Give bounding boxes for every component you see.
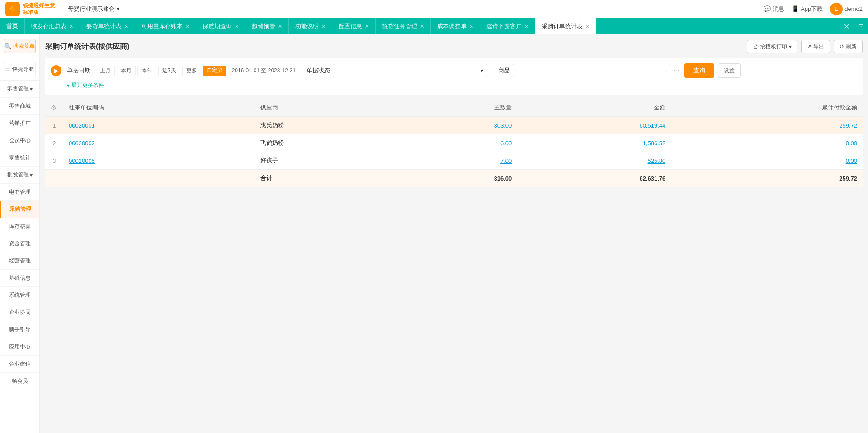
amount-link[interactable]: 1,586.52 bbox=[643, 140, 666, 147]
table-row: 1 00020001 惠氏奶粉 303.00 60,519.44 259.72 bbox=[45, 117, 863, 134]
tab-overstock-warning[interactable]: 超储预警 ✕ bbox=[245, 18, 289, 34]
date-last-month-btn[interactable]: 上月 bbox=[96, 66, 115, 76]
col-header-qty: 主数量 bbox=[397, 99, 517, 117]
sidebar-item-finance-mgmt[interactable]: 资金管理 bbox=[0, 235, 39, 252]
goods-input[interactable] bbox=[513, 64, 670, 77]
close-icon[interactable]: ✕ bbox=[235, 24, 239, 29]
close-icon[interactable]: ✕ bbox=[420, 24, 424, 29]
sidebar-item-ecommerce-mgmt[interactable]: 电商管理 bbox=[0, 184, 39, 201]
close-icon[interactable]: ✕ bbox=[365, 24, 369, 29]
top-bar: 🔶 畅捷通好生意 标准版 母婴行业演示账套 ▾ 💬 消息 📱 App下载 bbox=[0, 0, 868, 18]
chevron-down-icon: ▾ bbox=[481, 67, 483, 74]
tab-maximize-btn[interactable]: ⊡ bbox=[854, 18, 868, 34]
expand-more-btn[interactable]: ▾ 展开更多条件 bbox=[67, 81, 104, 89]
amount-cell: 525.80 bbox=[517, 152, 671, 170]
nav-tabs-bar: 首页 收发存汇总表 ✕ 要货单统计表 ✕ 可用量库存账本 ✕ 保质期查询 ✕ 超… bbox=[0, 18, 868, 34]
search-menu-btn[interactable]: 🔍 搜索菜单 bbox=[4, 39, 36, 53]
amount-link[interactable]: 525.80 bbox=[647, 157, 665, 164]
sidebar-item-ops-mgmt[interactable]: 经营管理 bbox=[0, 252, 39, 270]
tab-home[interactable]: 首页 bbox=[0, 18, 25, 34]
footer-amount: 62,631.76 bbox=[517, 170, 671, 187]
chevron-down-icon: ▾ bbox=[67, 82, 70, 89]
sidebar-item-new-guide[interactable]: 新手引导 bbox=[0, 321, 39, 338]
tab-invite-downstream[interactable]: 邀请下游客户 ✕ bbox=[480, 18, 535, 34]
goods-label: 商品 bbox=[498, 67, 510, 75]
sidebar-item-purchase-mgmt[interactable]: 采购管理 bbox=[0, 201, 39, 218]
qty-link[interactable]: 6.00 bbox=[500, 140, 512, 147]
app-download-btn[interactable]: 📱 App下载 bbox=[792, 5, 823, 13]
user-profile[interactable]: E demo2 bbox=[830, 3, 863, 15]
quick-nav-btn[interactable]: ☰ 快捷导航 bbox=[4, 62, 36, 76]
paid-link[interactable]: 0.00 bbox=[846, 157, 857, 164]
export-btn[interactable]: ↗ 导出 bbox=[801, 40, 830, 53]
unit-code-link[interactable]: 00020001 bbox=[69, 122, 95, 129]
goods-filter-field: 商品 ··· bbox=[498, 64, 679, 77]
page-title: 采购订单统计表(按供应商) bbox=[45, 42, 130, 52]
tab-cost-adjust[interactable]: 成本调整单 ✕ bbox=[431, 18, 480, 34]
close-icon[interactable]: ✕ bbox=[524, 24, 528, 29]
tab-purchase-summary[interactable]: 采购订单统计表 ✕ bbox=[535, 18, 596, 34]
refresh-btn[interactable]: ↺ 刷新 bbox=[834, 40, 863, 53]
qty-cell: 303.00 bbox=[397, 117, 517, 134]
filter-toggle-btn[interactable]: ▶ bbox=[51, 65, 61, 76]
nav-icon: ☰ bbox=[5, 66, 10, 72]
sidebar-item-retail-stats[interactable]: 零售统计 bbox=[0, 149, 39, 167]
tab-config-info[interactable]: 配置信息 ✕ bbox=[332, 18, 376, 34]
paid-amount-cell: 0.00 bbox=[671, 134, 863, 152]
workspace-selector[interactable]: 母婴行业演示账套 ▾ bbox=[68, 5, 120, 13]
sidebar-item-enterprise-collab[interactable]: 企业协同 bbox=[0, 304, 39, 321]
amount-link[interactable]: 60,519.44 bbox=[639, 122, 665, 129]
close-icon[interactable]: ✕ bbox=[278, 24, 282, 29]
unit-code-link[interactable]: 00020002 bbox=[69, 140, 95, 147]
search-icon: 🔍 bbox=[5, 43, 11, 49]
sidebar-nav-btn-area: ☰ 快捷导航 bbox=[0, 58, 39, 81]
close-icon[interactable]: ✕ bbox=[585, 24, 590, 29]
tab-inventory-ledger[interactable]: 可用量库存账本 ✕ bbox=[135, 18, 196, 34]
table-body: 1 00020001 惠氏奶粉 303.00 60,519.44 259.72 … bbox=[45, 117, 863, 170]
ellipsis-icon[interactable]: ··· bbox=[673, 67, 679, 75]
sidebar-item-wholesale-mgmt[interactable]: 批发管理 ▾ bbox=[0, 167, 39, 184]
date-custom-badge[interactable]: 自定义 bbox=[203, 66, 226, 76]
tab-warranty-query[interactable]: 保质期查询 ✕ bbox=[196, 18, 245, 34]
date-this-month-btn[interactable]: 本月 bbox=[117, 66, 136, 76]
chevron-down-icon: ▾ bbox=[789, 43, 792, 50]
close-icon[interactable]: ✕ bbox=[185, 24, 189, 29]
sidebar-item-retail-mall[interactable]: 零售商城 bbox=[0, 98, 39, 115]
sidebar: 🔍 搜索菜单 ☰ 快捷导航 零售管理 ▾ 零售商城 营销推广 会 bbox=[0, 34, 40, 433]
sidebar-item-system-mgmt[interactable]: 系统管理 bbox=[0, 287, 39, 304]
paid-link[interactable]: 0.00 bbox=[846, 140, 857, 147]
query-btn[interactable]: 查询 bbox=[684, 63, 714, 78]
qty-link[interactable]: 7.00 bbox=[500, 157, 512, 164]
unit-code-link[interactable]: 00020005 bbox=[69, 157, 95, 164]
date-this-year-btn[interactable]: 本年 bbox=[137, 66, 156, 76]
sidebar-item-member-center[interactable]: 会员中心 bbox=[0, 132, 39, 149]
sidebar-item-enterprise-wechat[interactable]: 企业微信 bbox=[0, 356, 39, 373]
tab-close-btn[interactable]: ✕ bbox=[839, 18, 854, 34]
settings-btn[interactable]: 设置 bbox=[718, 63, 741, 78]
sidebar-item-app-center[interactable]: 应用中心 bbox=[0, 338, 39, 356]
paid-link[interactable]: 259.72 bbox=[839, 122, 857, 129]
sidebar-item-basic-info[interactable]: 基础信息 bbox=[0, 270, 39, 287]
sidebar-item-vip-member[interactable]: 畅会员 bbox=[0, 373, 39, 390]
message-btn[interactable]: 💬 消息 bbox=[764, 5, 784, 13]
date-7days-btn[interactable]: 近7天 bbox=[158, 66, 180, 76]
close-icon[interactable]: ✕ bbox=[469, 24, 473, 29]
tab-collect-pay[interactable]: 收发存汇总表 ✕ bbox=[25, 18, 80, 34]
tab-order-summary[interactable]: 要货单统计表 ✕ bbox=[80, 18, 135, 34]
sidebar-item-retail-mgmt[interactable]: 零售管理 ▾ bbox=[0, 81, 39, 98]
qty-link[interactable]: 303.00 bbox=[494, 122, 512, 129]
close-icon[interactable]: ✕ bbox=[321, 24, 326, 29]
print-btn[interactable]: 🖨 按模板打印 ▾ bbox=[747, 40, 797, 53]
date-filter-label: 单据日期 bbox=[67, 67, 90, 75]
sidebar-item-marketing[interactable]: 营销推广 bbox=[0, 115, 39, 132]
settings-icon[interactable]: ⚙ bbox=[51, 104, 57, 111]
logo-icon: 🔶 bbox=[5, 2, 20, 16]
close-icon[interactable]: ✕ bbox=[124, 24, 128, 29]
date-more-btn[interactable]: 更多 bbox=[182, 66, 201, 76]
tab-function-desc[interactable]: 功能说明 ✕ bbox=[289, 18, 332, 34]
close-icon[interactable]: ✕ bbox=[69, 24, 73, 29]
status-select[interactable]: ▾ bbox=[333, 64, 487, 77]
app-wrapper: 🔶 畅捷通好生意 标准版 母婴行业演示账套 ▾ 💬 消息 📱 App下载 bbox=[0, 0, 868, 433]
sidebar-item-inventory-check[interactable]: 库存核算 bbox=[0, 218, 39, 235]
tab-pick-task[interactable]: 拣货任务管理 ✕ bbox=[376, 18, 431, 34]
